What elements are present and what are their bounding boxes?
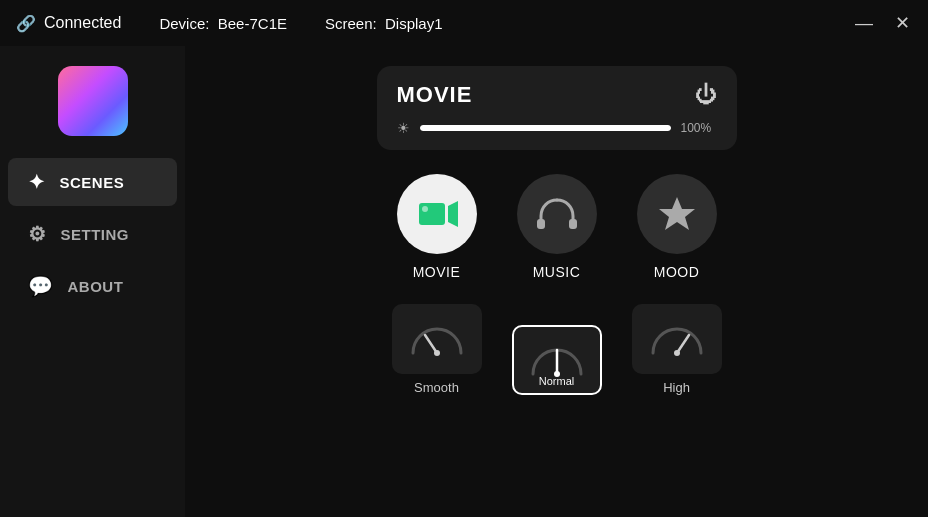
smooth-label: Smooth — [414, 380, 459, 395]
connection-info: 🔗 Connected — [16, 14, 121, 33]
power-button[interactable]: ⏻ — [695, 84, 717, 106]
link-icon: 🔗 — [16, 14, 36, 33]
speed-item-high[interactable]: High — [632, 304, 722, 395]
svg-marker-1 — [448, 201, 458, 227]
app-logo — [58, 66, 128, 136]
svg-point-11 — [674, 350, 680, 356]
svg-line-6 — [425, 335, 437, 353]
brightness-pct: 100% — [681, 121, 717, 135]
movie-card-header: MOVIE ⏻ — [397, 82, 717, 108]
scene-item-mood[interactable]: MOOD — [637, 174, 717, 280]
movie-icon-circle — [397, 174, 477, 254]
mood-icon-circle — [637, 174, 717, 254]
scenes-label: SCENES — [60, 174, 125, 191]
scene-row: MOVIE MUSIC — [397, 174, 717, 280]
brightness-row: ☀ 100% — [397, 120, 717, 136]
music-icon-circle — [517, 174, 597, 254]
movie-card-title: MOVIE — [397, 82, 473, 108]
movie-card: MOVIE ⏻ ☀ 100% — [377, 66, 737, 150]
normal-gauge-box: Normal — [512, 325, 602, 395]
mood-icon — [655, 192, 699, 236]
high-gauge-box — [632, 304, 722, 374]
connected-label: Connected — [44, 14, 121, 32]
scene-item-movie[interactable]: MOVIE — [397, 174, 477, 280]
scenes-icon: ✦ — [28, 170, 46, 194]
brightness-bar-container — [420, 125, 671, 131]
brightness-bar — [420, 125, 671, 131]
screen-info: Screen: Display1 — [325, 15, 443, 32]
normal-label-inner: Normal — [539, 375, 574, 387]
speed-row: Smooth Normal — [392, 304, 722, 395]
movie-scene-label: MOVIE — [413, 264, 461, 280]
scene-item-music[interactable]: MUSIC — [517, 174, 597, 280]
svg-point-7 — [434, 350, 440, 356]
high-gauge-svg — [649, 321, 705, 357]
title-bar: 🔗 Connected Device: Bee-7C1E Screen: Dis… — [0, 0, 928, 46]
svg-rect-3 — [537, 219, 545, 229]
svg-point-2 — [422, 206, 428, 212]
svg-rect-4 — [569, 219, 577, 229]
window-controls: — ✕ — [849, 12, 916, 34]
speed-item-normal[interactable]: Normal — [512, 325, 602, 395]
content-area: MOVIE ⏻ ☀ 100% — [185, 46, 928, 517]
smooth-gauge-svg — [409, 321, 465, 357]
svg-marker-5 — [659, 197, 695, 230]
device-info: Device: Bee-7C1E — [159, 15, 287, 32]
setting-icon: ⚙ — [28, 222, 47, 246]
setting-label: SETTING — [61, 226, 130, 243]
main-layout: ✦ SCENES ⚙ SETTING 💬 ABOUT MOVIE ⏻ ☀ 100… — [0, 46, 928, 517]
title-bar-left: 🔗 Connected Device: Bee-7C1E Screen: Dis… — [16, 14, 443, 33]
brightness-icon: ☀ — [397, 120, 410, 136]
sidebar: ✦ SCENES ⚙ SETTING 💬 ABOUT — [0, 46, 185, 517]
svg-line-10 — [677, 335, 689, 353]
music-scene-label: MUSIC — [533, 264, 581, 280]
svg-rect-0 — [419, 203, 445, 225]
music-icon — [535, 192, 579, 236]
high-label: High — [663, 380, 690, 395]
smooth-gauge-box — [392, 304, 482, 374]
normal-gauge-svg — [529, 342, 585, 378]
speed-item-smooth[interactable]: Smooth — [392, 304, 482, 395]
sidebar-item-about[interactable]: 💬 ABOUT — [8, 262, 177, 310]
about-icon: 💬 — [28, 274, 54, 298]
mood-scene-label: MOOD — [654, 264, 700, 280]
minimize-button[interactable]: — — [849, 12, 879, 34]
sidebar-item-scenes[interactable]: ✦ SCENES — [8, 158, 177, 206]
movie-icon — [415, 192, 459, 236]
close-button[interactable]: ✕ — [889, 12, 916, 34]
sidebar-item-setting[interactable]: ⚙ SETTING — [8, 210, 177, 258]
about-label: ABOUT — [68, 278, 124, 295]
